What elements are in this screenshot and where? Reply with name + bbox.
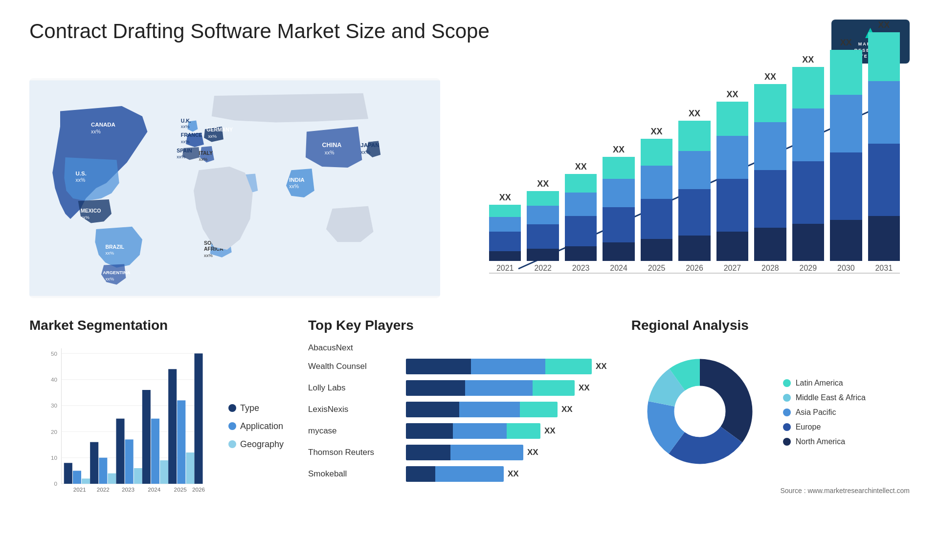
player-bar-wrap-mycase: XX	[406, 423, 607, 439]
reg-dot-middle-east-africa	[783, 394, 791, 402]
spain-value: xx%	[177, 154, 185, 159]
svg-text:2026: 2026	[192, 486, 205, 493]
reg-legend-middle-east-africa: Middle East & Africa	[783, 393, 866, 402]
player-bar-wrap-smokeball: XX	[406, 466, 607, 482]
reg-dot-north-america	[783, 438, 791, 446]
india-label: INDIA	[289, 177, 305, 183]
player-xx-wealthcounsel: XX	[596, 362, 607, 371]
player-bar-mycase	[406, 423, 540, 439]
player-bar-wrap-wealthcounsel: XX	[406, 359, 607, 374]
reg-legend-north-america: North America	[783, 437, 866, 446]
donut-center	[674, 386, 725, 437]
legend-label-geography: Geography	[240, 439, 284, 450]
player-name-thomsonreuters: Thomson Reuters	[308, 448, 401, 457]
bar-2023: XX 2023	[565, 88, 597, 273]
germany-value: xx%	[208, 133, 217, 139]
legend-dot-type	[228, 404, 236, 412]
canada-value: xx%	[91, 129, 101, 134]
legend-dot-geography	[228, 440, 236, 448]
svg-rect-27	[160, 460, 168, 484]
player-name-mycase: mycase	[308, 426, 401, 436]
legend-type: Type	[228, 403, 284, 413]
us-value: xx%	[76, 177, 86, 183]
player-row-lexisnexis: LexisNexis XX	[308, 402, 607, 417]
svg-text:10: 10	[51, 454, 58, 461]
svg-text:2021: 2021	[73, 486, 86, 493]
players-title: Top Key Players	[308, 318, 607, 333]
player-name-wealthcounsel: Wealth Counsel	[308, 362, 401, 371]
france-value: xx%	[181, 139, 190, 144]
bar-chart-area: XX 2021 XX	[460, 78, 910, 298]
reg-legend-latin-america: Latin America	[783, 379, 866, 388]
china-label: CHINA	[322, 142, 342, 149]
bars-container: XX 2021 XX	[489, 88, 900, 274]
svg-rect-22	[125, 439, 134, 484]
header: Contract Drafting Software Market Size a…	[29, 20, 910, 64]
bar-2030: XX 2030	[830, 88, 862, 273]
svg-rect-23	[134, 468, 142, 484]
uk-value: xx%	[181, 124, 190, 129]
mexico-value: xx%	[81, 215, 89, 220]
bar-2028: XX 2028	[754, 88, 786, 273]
svg-text:2022: 2022	[97, 486, 110, 493]
china-value: xx%	[325, 150, 335, 155]
svg-text:20: 20	[51, 429, 58, 435]
india-value: xx%	[289, 183, 299, 189]
reg-dot-latin-america	[783, 379, 791, 387]
player-bar-smokeball	[406, 466, 504, 482]
player-name-abacusnext: AbacusNext	[308, 343, 401, 353]
svg-rect-29	[168, 369, 177, 484]
seg-legend: Type Application Geography	[228, 343, 284, 499]
player-row-smokeball: Smokeball XX	[308, 466, 607, 482]
bar-2031: XX 2031	[868, 88, 900, 273]
player-row-thomsonreuters: Thomson Reuters XX	[308, 445, 607, 460]
player-xx-lollylabs: XX	[579, 383, 590, 393]
argentina-label: ARGENTINA	[103, 270, 130, 275]
segmentation-title: Market Segmentation	[29, 318, 284, 333]
player-row-wealthcounsel: Wealth Counsel XX	[308, 359, 607, 374]
page: Contract Drafting Software Market Size a…	[0, 0, 939, 560]
player-bar-thomsonreuters	[406, 445, 523, 460]
player-name-smokeball: Smokeball	[308, 469, 401, 479]
brazil-label: BRAZIL	[105, 244, 124, 250]
regional-panel: Regional Analysis	[631, 318, 910, 528]
player-bar-wrap-thomsonreuters: XX	[406, 445, 607, 460]
reg-label-latin-america: Latin America	[796, 379, 843, 388]
regional-title: Regional Analysis	[631, 318, 910, 333]
reg-label-asia-pacific: Asia Pacific	[796, 408, 836, 417]
svg-rect-18	[99, 458, 107, 484]
players-panel: Top Key Players AbacusNext Wealth Counse…	[298, 318, 617, 528]
svg-rect-19	[108, 474, 116, 484]
world-map-svg: CANADA xx% U.S. xx% MEXICO xx% BRAZIL xx…	[29, 78, 440, 298]
svg-rect-17	[90, 442, 98, 484]
italy-label: ITALY	[199, 150, 213, 156]
svg-text:2025: 2025	[174, 486, 187, 493]
argentina-value: xx%	[105, 276, 114, 281]
bar-seg-dark-2021	[489, 251, 521, 261]
donut-area: Latin America Middle East & Africa Asia …	[631, 343, 910, 482]
player-xx-smokeball: XX	[508, 469, 519, 479]
reg-dot-asia-pacific	[783, 409, 791, 416]
spain-label: SPAIN	[177, 148, 192, 153]
player-xx-lexisnexis: XX	[561, 405, 573, 414]
player-name-lexisnexis: LexisNexis	[308, 405, 401, 414]
player-xx-thomsonreuters: XX	[527, 448, 538, 457]
bar-seg-navy-2021	[489, 232, 521, 251]
world-map-area: CANADA xx% U.S. xx% MEXICO xx% BRAZIL xx…	[29, 78, 440, 298]
seg-bar-app-2021	[73, 471, 81, 484]
legend-dot-application	[228, 422, 236, 430]
players-list: AbacusNext Wealth Counsel XX	[308, 343, 607, 482]
bar-2022: XX 2022	[527, 88, 559, 273]
top-section: CANADA xx% U.S. xx% MEXICO xx% BRAZIL xx…	[29, 78, 910, 298]
donut-chart-svg	[631, 343, 768, 480]
bar-2029: XX 2029	[792, 88, 824, 273]
france-label: FRANCE	[181, 132, 202, 138]
svg-rect-25	[142, 390, 151, 484]
player-row-abacusnext: AbacusNext	[308, 343, 607, 353]
bar-2024: XX 2024	[603, 88, 634, 273]
reg-label-europe: Europe	[796, 423, 821, 431]
sa-value: xx%	[204, 253, 213, 258]
svg-text:0: 0	[54, 480, 57, 487]
source-text: Source : www.marketresearchintellect.com	[631, 487, 910, 495]
segmentation-panel: Market Segmentation 0 10	[29, 318, 284, 528]
